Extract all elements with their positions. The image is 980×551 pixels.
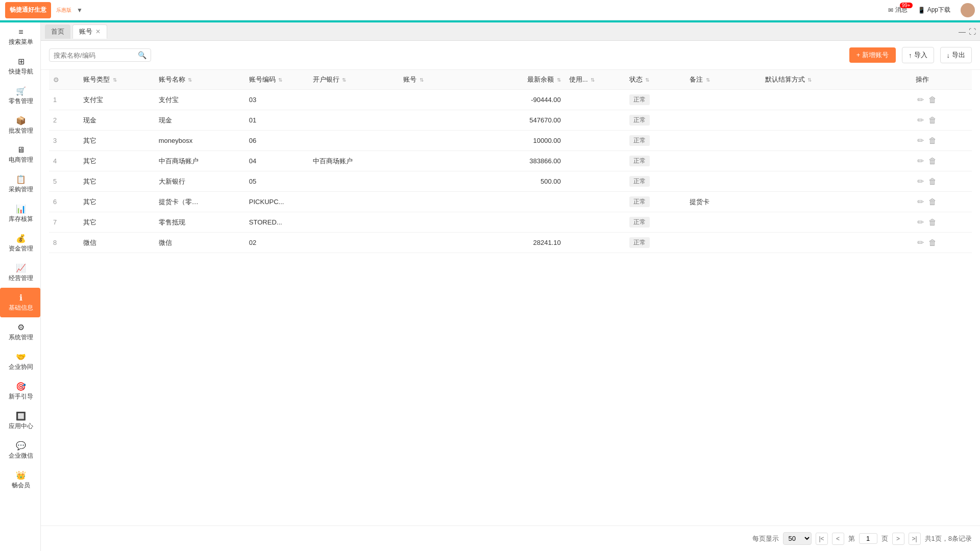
delete-button-4[interactable]: 🗑 <box>928 177 937 186</box>
col-gear: ⚙ <box>49 70 79 90</box>
table-row: 5 其它 大新银行 05 500.00 正常 ✏ 🗑 <box>49 171 972 192</box>
page-next-button[interactable]: > <box>892 533 904 545</box>
table-row: 6 其它 提货卡（零… PICKUPC... 正常 提货卡 ✏ 🗑 <box>49 192 972 212</box>
delete-button-3[interactable]: 🗑 <box>928 157 937 165</box>
tab-home[interactable]: 首页 <box>45 24 70 39</box>
sidebar-item-app-center[interactable]: 🔲应用中心 <box>0 406 40 436</box>
sidebar-icon-vip: 👑 <box>4 470 38 480</box>
cell-payment-7 <box>761 233 912 253</box>
sidebar-item-search-order[interactable]: ≡搜索菜单 <box>0 22 40 52</box>
cell-code-3: 04 <box>245 151 309 171</box>
edit-button-1[interactable]: ✏ <box>917 116 924 124</box>
search-box[interactable]: 🔍 <box>49 48 151 62</box>
add-account-button[interactable]: + 新增账号 <box>849 47 896 63</box>
col-payment[interactable]: 默认结算方式 ⇅ <box>761 70 912 90</box>
message-button[interactable]: ✉ 消息 99+ <box>888 6 908 14</box>
app-download-button[interactable]: 📱 App下载 <box>918 6 950 14</box>
cell-account-4 <box>399 171 475 192</box>
cell-account-7 <box>399 233 475 253</box>
col-account-code[interactable]: 账号编码 ⇅ <box>245 70 309 90</box>
tab-maximize-icon[interactable]: ⛶ <box>969 28 976 36</box>
cell-code-7: 02 <box>245 233 309 253</box>
export-button[interactable]: ↓ 导出 <box>940 47 972 63</box>
edit-button-6[interactable]: ✏ <box>917 218 924 227</box>
edit-button-7[interactable]: ✏ <box>917 238 924 247</box>
sidebar-item-system-mgmt[interactable]: ⚙系统管理 <box>0 317 40 347</box>
sidebar-icon-search-order: ≡ <box>4 28 38 37</box>
sidebar-icon-retail-mgmt: 🛒 <box>4 86 38 96</box>
edit-button-0[interactable]: ✏ <box>917 95 924 104</box>
workspace-dropdown[interactable]: ▼ <box>77 7 83 14</box>
delete-button-1[interactable]: 🗑 <box>928 116 937 124</box>
sidebar-item-purchase-mgmt[interactable]: 📋采购管理 <box>0 169 40 199</box>
sidebar-item-new-guide[interactable]: 🎯新手引导 <box>0 377 40 406</box>
table-row: 7 其它 零售抵现 STORED... 正常 ✏ 🗑 <box>49 212 972 233</box>
import-button[interactable]: ↑ 导入 <box>902 47 934 63</box>
sidebar-item-ops-mgmt[interactable]: 📈经营管理 <box>0 258 40 288</box>
status-badge-2: 正常 <box>629 135 650 146</box>
app-icon: 📱 <box>918 7 925 14</box>
tab-minimize-icon[interactable]: — <box>959 28 966 36</box>
page-suffix: 页 <box>881 534 888 543</box>
cell-num-3: 4 <box>49 151 79 171</box>
delete-button-2[interactable]: 🗑 <box>928 136 937 145</box>
import-label: 导入 <box>914 51 927 60</box>
page-size-select[interactable]: 50 100 200 <box>783 532 812 545</box>
sidebar-item-vip[interactable]: 👑畅会员 <box>0 465 40 495</box>
col-account-num[interactable]: 账号 ⇅ <box>399 70 475 90</box>
page-size-label: 每页显示 <box>752 534 779 543</box>
col-remark[interactable]: 备注 ⇅ <box>685 70 761 90</box>
cell-bank-0 <box>309 90 399 110</box>
cell-payment-3 <box>761 151 912 171</box>
sidebar-item-base-info[interactable]: ℹ基础信息 <box>0 288 40 317</box>
cell-action-2: ✏ 🗑 <box>912 131 972 151</box>
page-last-button[interactable]: >| <box>909 533 921 545</box>
sidebar-item-enterprise-agreement[interactable]: 🤝企业协同 <box>0 347 40 377</box>
sort-balance-icon: ⇅ <box>557 77 561 83</box>
col-bank[interactable]: 开户银行 ⇅ <box>309 70 399 90</box>
avatar[interactable] <box>961 3 975 17</box>
cell-remark-6 <box>685 212 761 233</box>
search-input[interactable] <box>54 52 135 59</box>
page-number-input[interactable] <box>859 533 877 544</box>
delete-button-0[interactable]: 🗑 <box>928 95 937 104</box>
sidebar-item-ecommerce-mgmt[interactable]: 🖥电商管理 <box>0 140 40 169</box>
delete-button-6[interactable]: 🗑 <box>928 218 937 227</box>
sort-bank-icon: ⇅ <box>342 77 346 83</box>
edit-button-2[interactable]: ✏ <box>917 136 924 145</box>
col-balance[interactable]: 最新余额 ⇅ <box>475 70 565 90</box>
logo-sub: 乐惠版 <box>56 7 71 14</box>
edit-button-4[interactable]: ✏ <box>917 177 924 186</box>
edit-button-3[interactable]: ✏ <box>917 157 924 165</box>
col-use[interactable]: 使用... ⇅ <box>565 70 625 90</box>
tab-home-label: 首页 <box>51 27 64 36</box>
cell-remark-0 <box>685 90 761 110</box>
import-icon: ↑ <box>909 52 912 59</box>
page-prev-button[interactable]: < <box>832 533 844 545</box>
sidebar-item-enterprise-wechat[interactable]: 💬企业微信 <box>0 436 40 465</box>
sidebar-icon-purchase-mgmt: 📋 <box>4 174 38 184</box>
cell-balance-2: 10000.00 <box>475 131 565 151</box>
sidebar-item-quick-nav[interactable]: ⊞快捷导航 <box>0 52 40 81</box>
status-badge-0: 正常 <box>629 94 650 105</box>
col-status[interactable]: 状态 ⇅ <box>625 70 685 90</box>
page-first-button[interactable]: |< <box>816 533 828 545</box>
sidebar-label-purchase-mgmt: 采购管理 <box>4 185 38 194</box>
cell-num-4: 5 <box>49 171 79 192</box>
edit-button-5[interactable]: ✏ <box>917 197 924 206</box>
sidebar-item-retail-mgmt[interactable]: 🛒零售管理 <box>0 81 40 111</box>
sidebar-item-inventory[interactable]: 📊库存核算 <box>0 199 40 229</box>
gear-icon[interactable]: ⚙ <box>53 76 59 84</box>
sidebar-item-finance-mgmt[interactable]: 💰资金管理 <box>0 229 40 258</box>
tab-account-close-icon[interactable]: ✕ <box>95 28 101 35</box>
tab-account[interactable]: 账号 ✕ <box>72 24 107 39</box>
delete-button-7[interactable]: 🗑 <box>928 238 937 247</box>
cell-remark-1 <box>685 110 761 131</box>
col-account-type[interactable]: 账号类型 ⇅ <box>79 70 155 90</box>
col-account-name[interactable]: 账号名称 ⇅ <box>155 70 245 90</box>
delete-button-5[interactable]: 🗑 <box>928 197 937 206</box>
app-label: App下载 <box>927 6 950 14</box>
cell-name-6: 零售抵现 <box>155 212 245 233</box>
sidebar-item-wholesale-mgmt[interactable]: 📦批发管理 <box>0 111 40 140</box>
cell-use-3 <box>565 151 625 171</box>
